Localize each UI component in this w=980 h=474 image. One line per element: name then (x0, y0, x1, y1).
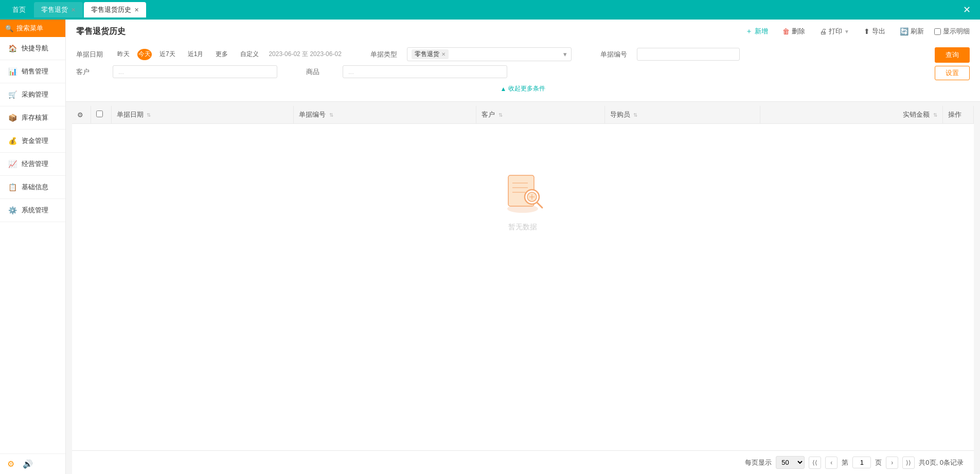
date-sort-icon[interactable]: ⇅ (147, 112, 151, 118)
print-button[interactable]: 🖨 打印 ▼ (815, 25, 853, 38)
show-detail-checkbox[interactable] (934, 28, 941, 35)
sidebar-item-operations-label: 经营管理 (22, 159, 48, 169)
tab-retail-return-close[interactable]: ✕ (71, 7, 76, 13)
voucher-type-tag-text: 零售退货 (415, 50, 439, 59)
date-btn-custom[interactable]: 自定义 (236, 48, 263, 60)
content-area: 零售退货历史 ＋ 新增 🗑 删除 🖨 打印 ▼ (66, 20, 980, 474)
th-date-label: 单据日期 (117, 111, 144, 118)
voucher-no-label: 单据编号 (600, 50, 629, 59)
query-button[interactable]: 查询 (935, 47, 970, 63)
show-detail-toggle[interactable]: 显示明细 (934, 27, 970, 36)
goods-filter[interactable]: ... (343, 65, 507, 78)
sidebar-item-inventory[interactable]: 📦 库存核算 (0, 106, 65, 130)
svg-line-8 (537, 203, 542, 208)
main-layout: 🔍 搜索菜单 🏠 快捷导航 📊 销售管理 🛒 采购管理 📦 库存核算 💰 资金管… (0, 20, 980, 474)
tab-list: 首页 零售退货 ✕ 零售退货历史 ✕ (5, 2, 959, 17)
sidebar-item-quick-nav[interactable]: 🏠 快捷导航 (0, 37, 65, 60)
tab-retail-return-history-close[interactable]: ✕ (134, 7, 139, 13)
collapse-label: 收起更多条件 (508, 84, 545, 93)
new-button[interactable]: ＋ 新增 (741, 25, 772, 38)
refresh-label: 刷新 (911, 27, 924, 36)
export-button[interactable]: ⬆ 导出 (860, 25, 889, 38)
th-guide: 导购员 ⇅ (604, 106, 760, 124)
th-amount-label: 实销金额 (903, 111, 930, 118)
page-summary: 共0页, 0条记录 (919, 458, 964, 467)
voucher-type-label: 单据类型 (370, 50, 399, 59)
date-filter: 昨天 今天 近7天 近1月 更多 自定义 2023-06-02 至 2023-0… (113, 48, 342, 60)
date-filter-label: 单据日期 (76, 50, 104, 59)
customer-label: 客户 (76, 67, 104, 77)
search-icon: 🔍 (5, 25, 13, 32)
no-sort-icon[interactable]: ⇅ (329, 112, 333, 118)
table-container: ⚙ 单据日期 ⇅ 单据编号 ⇅ 客户 (72, 106, 974, 450)
amount-sort-icon[interactable]: ⇅ (933, 112, 937, 118)
print-dropdown-icon[interactable]: ▼ (844, 29, 849, 34)
last-page-button[interactable]: ⟩⟩ (902, 457, 915, 469)
voucher-no-input[interactable] (637, 48, 740, 61)
voucher-type-filter[interactable]: 零售退货 ✕ ▾ (407, 47, 572, 61)
settings-icon[interactable]: ⚙ (7, 459, 14, 469)
tab-retail-return[interactable]: 零售退货 ✕ (34, 2, 83, 17)
th-guide-label: 导购员 (610, 111, 630, 118)
page-label2: 页 (875, 458, 882, 467)
sidebar-search-label: 搜索菜单 (16, 24, 43, 33)
sidebar-item-system-mgmt[interactable]: ⚙️ 系统管理 (0, 199, 65, 222)
volume-icon[interactable]: 🔊 (23, 459, 33, 469)
sidebar-item-basic-info-label: 基础信息 (22, 183, 48, 192)
sidebar-item-system-mgmt-label: 系统管理 (22, 206, 48, 215)
prev-page-button[interactable]: ‹ (825, 457, 838, 469)
sidebar-item-operations[interactable]: 📈 经营管理 (0, 153, 65, 176)
th-no: 单据编号 ⇅ (294, 106, 476, 124)
th-actions-label: 操作 (948, 111, 961, 118)
sidebar-item-sales-mgmt[interactable]: 📊 销售管理 (0, 60, 65, 83)
voucher-type-tag: 零售退货 ✕ (412, 49, 449, 59)
inventory-icon: 📦 (7, 113, 17, 123)
window-close-button[interactable]: ✕ (959, 4, 975, 15)
collapse-filter-button[interactable]: ▲ 收起更多条件 (76, 82, 970, 97)
date-range-display: 2023-06-02 至 2023-06-02 (269, 50, 341, 59)
page-label: 第 (842, 458, 848, 467)
sidebar-item-basic-info[interactable]: 📋 基础信息 (0, 176, 65, 199)
sidebar-search[interactable]: 🔍 搜索菜单 (0, 20, 65, 37)
th-customer: 客户 ⇅ (476, 106, 605, 124)
customer-filter[interactable]: ... (113, 65, 277, 78)
empty-illustration (497, 165, 548, 216)
th-settings[interactable]: ⚙ (72, 106, 91, 124)
guide-sort-icon[interactable]: ⇅ (633, 112, 637, 118)
voucher-type-tag-close[interactable]: ✕ (441, 51, 446, 57)
select-all-checkbox[interactable] (96, 111, 103, 117)
delete-button[interactable]: 🗑 删除 (778, 25, 809, 38)
th-actions: 操作 (943, 106, 974, 124)
date-btn-today[interactable]: 今天 (137, 49, 152, 60)
voucher-type-dropdown-icon[interactable]: ▾ (563, 50, 567, 58)
show-detail-text: 显示明细 (943, 27, 970, 36)
set-button[interactable]: 设置 (935, 66, 970, 80)
goods-label: 商品 (306, 67, 334, 77)
date-btn-1month[interactable]: 近1月 (183, 48, 208, 60)
th-checkbox[interactable] (91, 106, 111, 124)
tab-home[interactable]: 首页 (5, 2, 33, 17)
customer-sort-icon[interactable]: ⇅ (498, 112, 503, 118)
print-icon: 🖨 (819, 27, 827, 35)
action-buttons: 查询 设置 (935, 47, 970, 80)
new-label: 新增 (755, 27, 768, 36)
date-btn-yesterday[interactable]: 昨天 (113, 48, 134, 60)
sidebar: 🔍 搜索菜单 🏠 快捷导航 📊 销售管理 🛒 采购管理 📦 库存核算 💰 资金管… (0, 20, 66, 474)
filter-row-2: 客户 ... 商品 ... (76, 65, 926, 78)
customer-placeholder: ... (118, 68, 124, 76)
next-page-button[interactable]: › (886, 457, 898, 469)
first-page-button[interactable]: ⟨⟨ (809, 457, 821, 469)
sidebar-item-purchase-mgmt[interactable]: 🛒 采购管理 (0, 83, 65, 106)
sidebar-item-finance[interactable]: 💰 资金管理 (0, 130, 65, 153)
date-btn-7days[interactable]: 近7天 (155, 48, 180, 60)
sidebar-bottom: ⚙ 🔊 (0, 453, 65, 474)
sidebar-item-quick-nav-label: 快捷导航 (22, 44, 48, 53)
tab-retail-return-history[interactable]: 零售退货历史 ✕ (84, 2, 146, 17)
export-label: 导出 (872, 27, 885, 36)
page-number-input[interactable] (852, 457, 871, 468)
date-btn-more[interactable]: 更多 (211, 48, 233, 60)
per-page-select[interactable]: 10 20 50 100 (776, 456, 805, 469)
print-label: 打印 (829, 27, 842, 36)
data-table: ⚙ 单据日期 ⇅ 单据编号 ⇅ 客户 (72, 106, 974, 273)
refresh-button[interactable]: 🔄 刷新 (896, 25, 928, 38)
